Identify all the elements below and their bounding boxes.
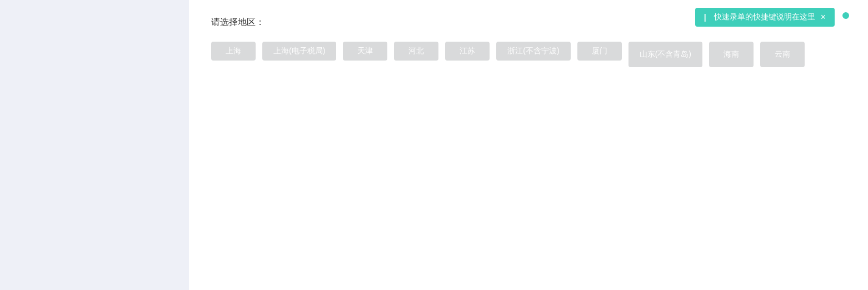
region-btn-zhejiang[interactable]: 浙江(不含宁波) (496, 42, 570, 61)
region-btn-tianjin[interactable]: 天津 (343, 42, 387, 61)
region-btn-shandong[interactable]: 山东(不含青岛) (628, 42, 702, 67)
region-row-1: 上海 上海(电子税局) 天津 河北 江苏 浙江(不含宁波) 厦门 (211, 42, 622, 61)
region-buttons: 上海 上海(电子税局) 天津 河北 江苏 浙江(不含宁波) 厦门 山东(不含青岛… (211, 42, 846, 67)
region-btn-shanghai[interactable]: 上海 (211, 42, 256, 61)
region-btn-jiangsu[interactable]: 江苏 (445, 42, 490, 61)
region-btn-hebei[interactable]: 河北 (394, 42, 438, 61)
region-btn-yunnan[interactable]: 云南 (760, 42, 805, 67)
region-btn-shanghai-etax[interactable]: 上海(电子税局) (262, 42, 336, 61)
tooltip-text: 快速录单的快捷键说明在这里 (714, 12, 815, 22)
tooltip-banner: 快速录单的快捷键说明在这里 × (695, 8, 835, 27)
main-content: 请选择地区： 上海 上海(电子税局) 天津 河北 江苏 浙江(不含宁波) 厦门 … (189, 0, 868, 290)
sidebar (0, 0, 189, 290)
region-btn-hainan[interactable]: 海南 (709, 42, 754, 67)
tooltip-dot (842, 12, 849, 19)
region-btn-xiamen[interactable]: 厦门 (577, 42, 622, 61)
tooltip-close-button[interactable]: × (821, 13, 826, 22)
region-row-2: 山东(不含青岛) 海南 云南 (628, 42, 805, 67)
